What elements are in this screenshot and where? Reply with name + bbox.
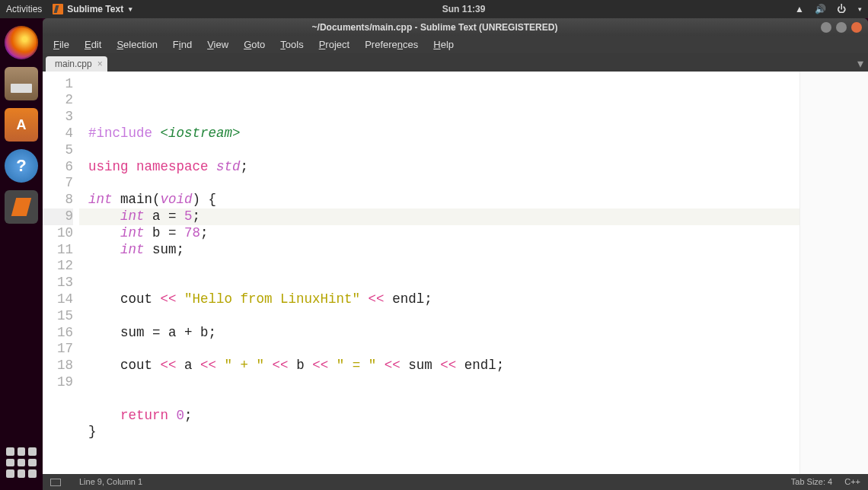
gutter: 12345678910111213141516171819 bbox=[43, 72, 79, 474]
volume-icon[interactable]: 🔊 bbox=[815, 4, 826, 14]
menu-goto[interactable]: Goto bbox=[238, 37, 271, 52]
tab-main-cpp[interactable]: main.cpp × bbox=[46, 56, 107, 72]
sublime-window: ~/Documents/main.cpp - Sublime Text (UNR… bbox=[43, 18, 868, 490]
menu-view[interactable]: View bbox=[201, 37, 235, 52]
editor[interactable]: 12345678910111213141516171819 #include <… bbox=[43, 72, 868, 474]
clock[interactable]: Sun 11:39 bbox=[132, 4, 795, 14]
network-icon[interactable]: ▲ bbox=[795, 4, 804, 14]
app-menu-label: Sublime Text bbox=[67, 4, 123, 14]
activities-button[interactable]: Activities bbox=[6, 4, 42, 14]
menu-file[interactable]: File bbox=[47, 37, 75, 52]
menu-tools[interactable]: Tools bbox=[274, 37, 309, 52]
menu-help[interactable]: Help bbox=[427, 37, 460, 52]
power-icon[interactable]: ⏻ bbox=[837, 4, 846, 14]
dock-sublime-icon[interactable] bbox=[5, 190, 38, 224]
menu-selection[interactable]: Selection bbox=[110, 37, 163, 52]
menubar: File Edit Selection Find View Goto Tools… bbox=[43, 36, 868, 53]
maximize-button[interactable] bbox=[836, 22, 847, 33]
status-tabsize[interactable]: Tab Size: 4 bbox=[791, 477, 832, 486]
menu-preferences[interactable]: Preferences bbox=[359, 37, 424, 52]
tab-label: main.cpp bbox=[55, 59, 92, 69]
dock-software-icon[interactable] bbox=[5, 108, 38, 142]
status-syntax[interactable]: C++ bbox=[844, 477, 860, 486]
status-position[interactable]: Line 9, Column 1 bbox=[79, 477, 142, 486]
dock-show-apps[interactable] bbox=[6, 447, 37, 478]
chevron-down-icon: ▾ bbox=[858, 5, 862, 13]
app-menu[interactable]: Sublime Text ▾ bbox=[53, 4, 132, 14]
menu-find[interactable]: Find bbox=[167, 37, 198, 52]
dock-help-icon[interactable] bbox=[5, 149, 38, 183]
window-title: ~/Documents/main.cpp - Sublime Text (UNR… bbox=[49, 22, 821, 33]
tabbar: main.cpp × ▾ bbox=[43, 53, 868, 71]
gnome-topbar: Activities Sublime Text ▾ Sun 11:39 ▲ 🔊 … bbox=[0, 0, 868, 18]
menu-edit[interactable]: Edit bbox=[78, 37, 107, 52]
minimap[interactable] bbox=[799, 72, 868, 474]
titlebar[interactable]: ~/Documents/main.cpp - Sublime Text (UNR… bbox=[43, 18, 868, 36]
code-area[interactable]: #include <iostream> using namespace std;… bbox=[79, 72, 799, 474]
sublime-icon bbox=[53, 4, 63, 14]
dock-firefox-icon[interactable] bbox=[5, 26, 38, 59]
close-button[interactable] bbox=[851, 22, 862, 33]
statusbar: Line 9, Column 1 Tab Size: 4 C++ bbox=[43, 474, 868, 490]
menu-project[interactable]: Project bbox=[313, 37, 356, 52]
panel-switcher-icon[interactable] bbox=[50, 479, 61, 486]
minimize-button[interactable] bbox=[821, 22, 831, 33]
dock-files-icon[interactable] bbox=[5, 67, 38, 100]
tab-dropdown-icon[interactable]: ▾ bbox=[857, 56, 863, 71]
dock bbox=[0, 18, 43, 490]
tab-close-icon[interactable]: × bbox=[97, 59, 103, 69]
